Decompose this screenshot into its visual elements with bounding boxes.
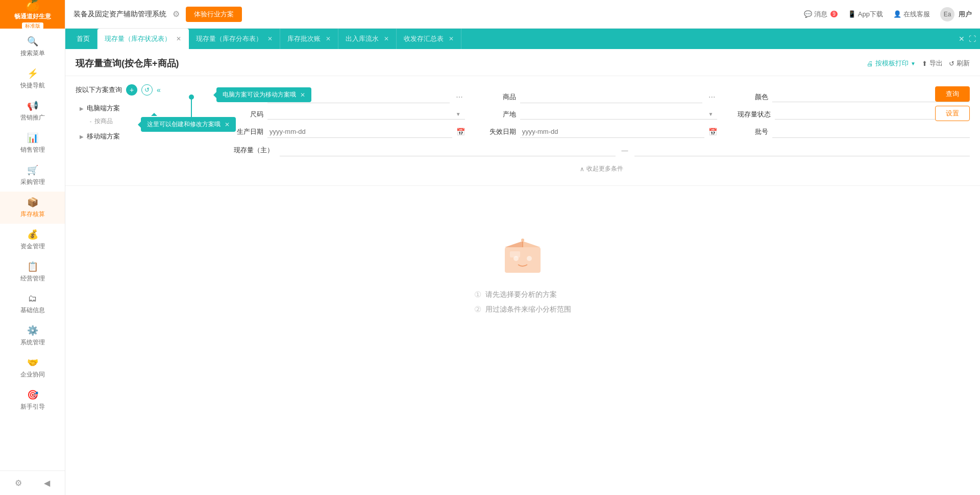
phone-icon: 📱 (848, 10, 856, 18)
tab-collect-summary-label: 收发存汇总表 (404, 34, 444, 43)
finance-icon: 💰 (27, 229, 38, 240)
filter-refresh-btn[interactable]: ↺ (141, 84, 153, 96)
batch-input[interactable] (772, 126, 970, 138)
sidebar-item-ops[interactable]: 📋 经营管理 (0, 256, 65, 288)
tooltip-text-2: 这里可以创建和修改方案哦 (147, 120, 220, 129)
size-select[interactable]: ▼ (267, 109, 465, 120)
empty-hint-1: ① 请先选择要分析的方案 (474, 290, 571, 299)
sidebar-item-label: 搜索菜单 (20, 49, 45, 58)
filter-add-btn[interactable]: + (126, 84, 137, 96)
produce-date-label: 生产日期 (233, 127, 263, 136)
marketing-icon: 📢 (27, 100, 38, 111)
print-icon: 🖨 (867, 60, 873, 67)
online-service-group[interactable]: 👤 在线客服 (893, 10, 930, 19)
tab-home[interactable]: 首页 (69, 29, 97, 49)
stock-max-input[interactable] (634, 144, 970, 156)
sidebar-item-search[interactable]: 🔍 搜索菜单 (0, 31, 65, 63)
tab-inventory-dist-label: 现存量（库存分布表） (196, 34, 262, 43)
tab-close-icon[interactable]: ✕ (384, 35, 389, 42)
app-download-group[interactable]: 📱 App下载 (848, 10, 883, 19)
settings-footer-btn[interactable]: ⚙ (15, 478, 22, 488)
scheme-expand-arrow: ▶ (80, 106, 84, 111)
refresh-icon: ↺ (949, 60, 954, 67)
sidebar-item-quick[interactable]: ⚡ 快捷导航 (0, 63, 65, 95)
page-container: 现存量查询(按仓库+商品) 🖨 按模板打印 ▼ ⬆ 导出 ↺ 刷新 (65, 49, 980, 495)
ops-icon: 📋 (27, 261, 38, 272)
svg-marker-1 (505, 241, 523, 247)
svg-point-7 (521, 239, 524, 242)
sidebar-item-purchase[interactable]: 🛒 采购管理 (0, 159, 65, 192)
origin-select[interactable]: ▼ (520, 109, 718, 120)
color-label: 颜色 (738, 92, 768, 102)
collapse-sidebar-btn[interactable]: ◀ (44, 478, 50, 488)
produce-date-input[interactable] (267, 126, 452, 138)
message-icon: 💬 (804, 10, 812, 18)
filter-stock-row: 现存量（主） — (233, 144, 970, 156)
empty-state: ① 请先选择要分析的方案 ② 用过滤条件来缩小分析范围 (65, 186, 980, 355)
stock-range-dash: — (622, 147, 628, 154)
export-btn[interactable]: ⬆ 导出 (922, 59, 943, 68)
collapse-label: 收起更多条件 (586, 164, 623, 173)
sidebar-item-system[interactable]: ⚙️ 系统管理 (0, 320, 65, 352)
tab-in-out-flow[interactable]: 出入库流水 ✕ (338, 29, 397, 49)
filter-section: 按以下方案查询 + ↺ « 电脑方案可设为移动方案哦 ✕ ▶ 电脑端方案 这里可… (65, 76, 980, 186)
tooltip-close-2[interactable]: ✕ (225, 121, 230, 128)
sidebar-item-marketing[interactable]: 📢 营销推广 (0, 95, 65, 127)
tab-bar-end: ✕ ⛶ (959, 35, 976, 43)
page-header: 现存量查询(按仓库+商品) 🖨 按模板打印 ▼ ⬆ 导出 ↺ 刷新 (65, 49, 980, 76)
tab-collect-summary[interactable]: 收发存汇总表 ✕ (397, 29, 461, 49)
goods-more-icon[interactable]: ··· (706, 92, 717, 102)
produce-date-calendar-icon[interactable]: 📅 (456, 128, 465, 136)
tab-close-icon[interactable]: ✕ (326, 35, 331, 42)
search-actions: 查询 设置 (935, 86, 970, 121)
size-dropdown-icon: ▼ (456, 111, 461, 117)
warehouse-more-icon[interactable]: ··· (454, 92, 464, 102)
refresh-btn[interactable]: ↺ 刷新 (949, 59, 970, 68)
goods-input[interactable] (520, 91, 702, 103)
tab-inventory-status[interactable]: 现存量（库存状况表） ✕ (97, 29, 189, 49)
hint-number-1: ① (474, 290, 481, 299)
message-group[interactable]: 💬 消息 9 (804, 10, 838, 19)
tooltip-close-1[interactable]: ✕ (300, 91, 305, 99)
stock-min-input[interactable] (280, 144, 616, 156)
template-print-btn[interactable]: 🖨 按模板打印 ▼ (867, 59, 916, 68)
system-title: 装备及固定资产辅助管理系统 (74, 10, 166, 19)
empty-svg (495, 227, 551, 278)
scheme-pc-label: 电脑端方案 (87, 104, 120, 113)
trial-button[interactable]: 体验行业方案 (186, 7, 242, 22)
tab-close-icon[interactable]: ✕ (267, 35, 273, 42)
filter-collapse-arrow[interactable]: « (157, 86, 161, 94)
connector-dot (189, 95, 194, 100)
user-group[interactable]: Ea 用户 (940, 7, 972, 21)
page-title: 现存量查询(按仓库+商品) (76, 57, 179, 69)
sidebar-item-inventory[interactable]: 📦 库存核算 (0, 192, 65, 224)
tab-close-icon[interactable]: ✕ (176, 35, 181, 42)
sidebar-item-finance[interactable]: 💰 资金管理 (0, 224, 65, 256)
app-name: 畅通道好生意 (14, 12, 51, 21)
header-right: 💬 消息 9 📱 App下载 👤 在线客服 Ea 用户 (804, 7, 972, 21)
sidebar-item-enterprise[interactable]: 🤝 企业协同 (0, 352, 65, 384)
sidebar-item-guide[interactable]: 🎯 新手引导 (0, 384, 65, 416)
settings-icon[interactable]: ⚙ (173, 9, 180, 19)
search-btn[interactable]: 查询 (935, 86, 970, 102)
tab-close-all-icon[interactable]: ✕ (959, 35, 965, 43)
hint-number-2: ② (474, 304, 481, 314)
reset-btn[interactable]: 设置 (935, 106, 970, 121)
tab-close-icon[interactable]: ✕ (449, 35, 454, 42)
sidebar-item-sales[interactable]: 📊 销售管理 (0, 127, 65, 159)
enterprise-icon: 🤝 (27, 357, 38, 368)
sidebar-footer: ⚙ ◀ (0, 470, 65, 495)
tab-bar: 首页 现存量（库存状况表） ✕ 现存量（库存分布表） ✕ 库存批次账 ✕ 出入库… (65, 29, 980, 49)
sidebar-item-basic[interactable]: 🗂 基础信息 (0, 288, 65, 320)
scheme-sub-label: 按商品 (94, 117, 113, 126)
tab-home-label: 首页 (77, 34, 90, 43)
tab-fullscreen-icon[interactable]: ⛶ (969, 35, 976, 43)
tab-inventory-dist[interactable]: 现存量（库存分布表） ✕ (189, 29, 280, 49)
sidebar-item-label: 新手引导 (20, 403, 45, 411)
export-icon: ⬆ (922, 60, 927, 67)
expire-date-calendar-icon[interactable]: 📅 (708, 128, 717, 136)
basic-icon: 🗂 (28, 293, 37, 304)
expire-date-input[interactable] (520, 126, 705, 138)
collapse-filter-btn[interactable]: ∧ 收起更多条件 (233, 160, 970, 177)
tab-batch-ledger[interactable]: 库存批次账 ✕ (280, 29, 338, 49)
